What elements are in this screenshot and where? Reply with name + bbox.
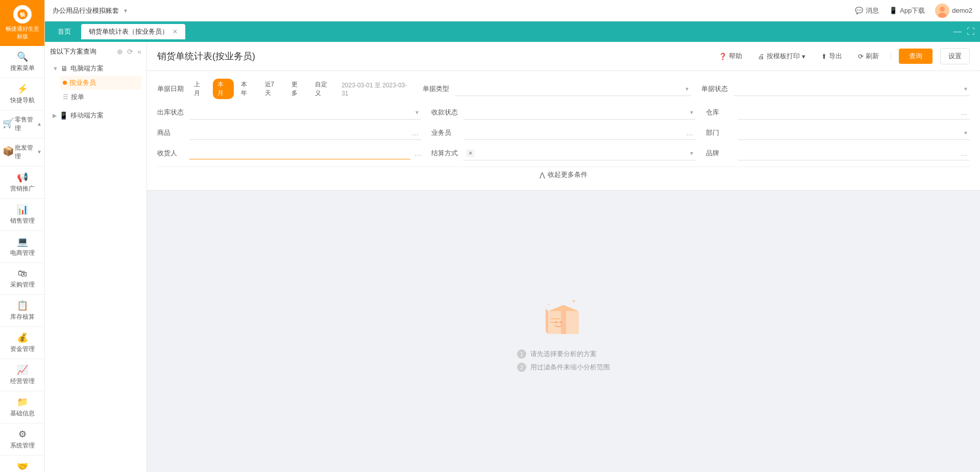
topbar-right: 💬 消息 📱 App下载 demo2	[855, 4, 972, 18]
template-print-btn[interactable]: 🖨 按模板打印 ▾	[754, 50, 810, 63]
receipt-status-select[interactable]: ▾	[463, 105, 695, 120]
filter-order-type: 单据类型 ▾	[423, 82, 691, 96]
operation-icon: 📈	[17, 364, 28, 375]
tree-sub-desktop: 按业务员 ☰ 按单	[50, 76, 141, 104]
receiver-dots[interactable]: ...	[414, 149, 421, 158]
filter-receiver: 收货人 ...	[157, 147, 421, 159]
print-arrow-icon: ▾	[802, 53, 805, 60]
filter-salesperson: 业务员 ...	[431, 126, 695, 140]
sidebar-item-purchase[interactable]: 🛍 采购管理	[0, 263, 44, 295]
goods-select[interactable]: ...	[189, 126, 421, 140]
warehouse-dots[interactable]: ...	[961, 108, 967, 117]
sidebar-item-shortcuts[interactable]: ⚡ 快捷导航	[0, 78, 44, 110]
refresh-scheme-icon[interactable]: ⟳	[127, 48, 133, 56]
payment-select[interactable]: × ▾	[463, 146, 695, 160]
query-button[interactable]: 查询	[899, 49, 933, 64]
tree-sub-item-salesperson[interactable]: 按业务员	[60, 76, 141, 90]
out-status-label: 出库状态	[157, 108, 185, 117]
help-btn[interactable]: ❓ 帮助	[715, 50, 746, 63]
tab-home[interactable]: 首页	[50, 24, 79, 39]
out-status-arrow: ▾	[415, 109, 419, 116]
download-icon: 📱	[889, 7, 897, 14]
order-icon: ☰	[63, 93, 68, 101]
help-icon: ❓	[719, 53, 727, 60]
desktop-icon: 🖥	[61, 64, 68, 73]
date-tab-more[interactable]: 更多	[287, 79, 308, 99]
sidebar-item-search[interactable]: 🔍 搜索菜单	[0, 46, 44, 78]
filter-row-1: 单据日期 上月 本月 本年 近7天 更多 自定义 2023-03-01 至 20…	[157, 79, 970, 99]
salesperson-dots[interactable]: ...	[686, 128, 693, 137]
sidebar-item-system[interactable]: ⚙ 系统管理	[0, 423, 44, 456]
tree-sub-item-order[interactable]: ☰ 按单	[60, 90, 141, 104]
tree-item-desktop[interactable]: ▼ 🖥 电脑端方案	[50, 61, 141, 76]
receiver-input[interactable]	[189, 147, 410, 159]
add-scheme-icon[interactable]: ⊕	[117, 48, 123, 56]
tab-minimize-btn[interactable]: —	[953, 27, 962, 36]
sidebar-item-enterprise[interactable]: 🤝 企业协同	[0, 456, 44, 472]
salesperson-select[interactable]: ...	[463, 126, 695, 140]
department-select[interactable]: ▾	[738, 126, 970, 140]
sidebar-item-finance[interactable]: 💰 资金管理	[0, 327, 44, 359]
sidebar-item-retail[interactable]: 🛒 零售管理 ▲	[0, 110, 44, 138]
date-tab-custom[interactable]: 自定义	[310, 79, 337, 99]
empty-state: ✦ ✦ 1 请先选择要分析的方案	[517, 291, 610, 372]
brand-select[interactable]: ...	[738, 146, 970, 160]
sidebar-item-basic[interactable]: 📁 基础信息	[0, 391, 44, 423]
topbar-dropdown[interactable]: ▾	[124, 7, 127, 14]
collapse-icon: ⋀	[540, 171, 545, 179]
export-btn[interactable]: ⬆ 导出	[817, 50, 846, 63]
empty-hint-1: 1 请先选择要分析的方案	[517, 349, 610, 359]
filter-row-3: 商品 ... 业务员 ... 部门	[157, 126, 970, 140]
svg-text:✦: ✦	[547, 302, 551, 307]
sidebar-item-wholesale[interactable]: 📦 批发管理 ▼	[0, 138, 44, 167]
app-logo[interactable]: 畅 畅捷通好生意 标版	[0, 0, 44, 46]
retail-icon: 🛒	[3, 117, 14, 129]
filter-row-2: 出库状态 ▾ 收款状态 ▾ 仓库	[157, 105, 970, 120]
marketing-icon: 📢	[17, 172, 28, 183]
tab-close-icon[interactable]: ✕	[173, 28, 178, 35]
sidebar-item-sales[interactable]: 📊 销售管理	[0, 199, 44, 231]
warehouse-select[interactable]: ...	[738, 105, 970, 120]
date-tab-last-month[interactable]: 上月	[189, 79, 210, 99]
tree-expand-icon: ▼	[53, 65, 58, 72]
sidebar: 畅 畅捷通好生意 标版 🔍 搜索菜单 ⚡ 快捷导航 🛒 零售管理 ▲ 📦 批发管…	[0, 0, 45, 472]
active-indicator	[63, 81, 67, 85]
svg-point-14	[560, 321, 562, 323]
collapse-btn-label: 收起更多条件	[548, 170, 587, 179]
right-panel: 销货单统计表(按业务员) ❓ 帮助 🖨 按模板打印 ▾ ⬆ 导出	[147, 42, 980, 472]
receipt-status-arrow: ▾	[690, 109, 693, 116]
collapse-btn[interactable]: ⋀ 收起更多条件	[157, 167, 970, 182]
filter-goods: 商品 ...	[157, 126, 421, 140]
actions-divider	[891, 52, 891, 61]
date-tab-this-year[interactable]: 本年	[236, 79, 257, 99]
order-status-arrow: ▾	[964, 85, 967, 92]
date-tab-7days[interactable]: 近7天	[260, 79, 285, 99]
date-range-text: 2023-03-01 至 2023-03-31	[341, 81, 412, 97]
sidebar-item-operation[interactable]: 📈 经营管理	[0, 359, 44, 391]
sidebar-item-ecommerce[interactable]: 💻 电商管理	[0, 231, 44, 263]
svg-marker-7	[546, 309, 548, 334]
tab-maximize-btn[interactable]: ⛶	[967, 27, 975, 36]
refresh-btn[interactable]: ⟳ 刷新	[854, 50, 883, 63]
message-icon: 💬	[855, 7, 863, 14]
filter-brand: 品牌 ...	[706, 146, 970, 160]
sidebar-item-inventory[interactable]: 📋 库存核算	[0, 295, 44, 327]
user-profile[interactable]: demo2	[935, 4, 972, 18]
app-download-btn[interactable]: 📱 App下载	[889, 6, 925, 15]
svg-point-3	[940, 7, 945, 12]
order-type-select[interactable]: ▾	[455, 82, 691, 96]
date-tab-this-month[interactable]: 本月	[213, 79, 234, 99]
order-status-select[interactable]: ▾	[733, 82, 970, 96]
collapse-panel-icon[interactable]: «	[137, 48, 141, 56]
receiver-label: 收货人	[157, 149, 185, 158]
tab-sales-stats[interactable]: 销货单统计表（按业务员） ✕	[81, 24, 185, 39]
goods-dots[interactable]: ...	[412, 128, 419, 137]
refresh-icon: ⟳	[858, 53, 864, 60]
settings-button[interactable]: 设置	[940, 48, 970, 64]
tree-item-mobile[interactable]: ▶ 📱 移动端方案	[50, 108, 141, 123]
page-content: 按以下方案查询 ⊕ ⟳ « ▼ 🖥 电脑端方案 按业务员 ☰	[45, 42, 980, 472]
sidebar-item-marketing[interactable]: 📢 营销推广	[0, 167, 44, 199]
message-btn[interactable]: 💬 消息	[855, 6, 879, 15]
out-status-select[interactable]: ▾	[189, 105, 421, 120]
brand-dots[interactable]: ...	[961, 149, 967, 158]
